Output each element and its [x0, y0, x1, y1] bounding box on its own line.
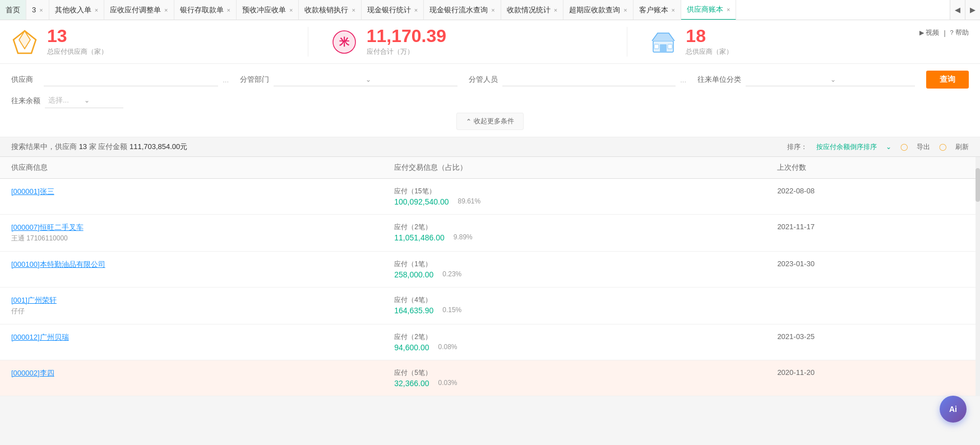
collapse-icon: ⌃ — [466, 118, 471, 126]
filter-person: 分管人员 ... — [469, 73, 686, 86]
close-tab-prepay-ar[interactable]: × — [289, 7, 293, 13]
store-icon — [650, 29, 677, 55]
nav-tab-customer-ledger[interactable]: 客户账本× — [634, 0, 681, 20]
supplier-link[interactable]: [000002]李四 — [11, 369, 54, 377]
nav-tab-supplier-ledger[interactable]: 供应商账本× — [681, 0, 736, 20]
nav-tab-collection-verify[interactable]: 收款核销执行× — [299, 0, 361, 20]
supplier-link[interactable]: [000012]广州贝瑞 — [11, 333, 69, 341]
nav-tab-prepay-ar[interactable]: 预收冲应收单× — [237, 0, 299, 20]
search-button[interactable]: 查询 — [926, 71, 969, 89]
filter-row-1: 供应商 ... 分管部门 ⌄ 分管人员 ... 往来单位分类 ⌄ 查询 — [11, 71, 969, 89]
table-body: [000001]张三 应付（15笔） 100,092,540.00 89.61%… — [0, 179, 980, 396]
close-tab-bank-deposit[interactable]: × — [227, 7, 230, 13]
supplier-dots[interactable]: ... — [223, 76, 229, 84]
dept-label: 分管部门 — [240, 75, 269, 85]
ap-percent: 0.08% — [438, 343, 457, 351]
video-link[interactable]: ▶ 视频 — [919, 28, 939, 38]
stat-text-total-suppliers: 18 总供应商（家） — [686, 27, 733, 57]
last-payment-date: 2022-08-08 — [777, 187, 969, 195]
nav-prev-arrow[interactable]: ◀ — [950, 0, 965, 20]
stat-number-ap-total: 11,170.39 — [367, 27, 446, 45]
stats-bar: 13 总应付供应商（家） 米 11,170.39 应付合计（万） — [0, 20, 980, 64]
table-row: [001]广州荣轩 仔仔 应付（4笔） 164,635.90 0.15% — [0, 288, 980, 325]
collapse-button[interactable]: ⌃ 收起更多条件 — [456, 113, 524, 130]
filter-supplier: 供应商 ... — [11, 73, 229, 86]
nav-tab-bank-deposit[interactable]: 银行存取款单× — [174, 0, 237, 20]
filter-balance: 往来余额 选择... ⌄ — [11, 93, 135, 108]
nav-next-arrow[interactable]: ▶ — [965, 0, 980, 20]
ap-percent: 0.15% — [442, 306, 461, 314]
stat-ap-total: 米 11,170.39 应付合计（万） — [331, 27, 628, 57]
close-tab-ar-ap-adjust[interactable]: × — [164, 7, 168, 13]
nav-tab-home[interactable]: 首页 — [0, 0, 26, 20]
ap-amount[interactable]: 258,000.00 — [394, 270, 433, 279]
dept-select[interactable]: ⌄ — [274, 73, 457, 86]
sort-select[interactable]: 按应付余额倒序排序 — [816, 142, 877, 152]
nav-tab-collection-stat[interactable]: 收款情况统计× — [501, 0, 563, 20]
last-payment-date: 2021-03-25 — [777, 332, 969, 341]
nav-tab-cash-bank-stat[interactable]: 现金银行统计× — [362, 0, 424, 20]
nav-tab-overdue-ar[interactable]: 超期应收款查询× — [563, 0, 633, 20]
supplier-link[interactable]: [000100]本特勤油品有限公司 — [11, 260, 105, 268]
amount-cell: 应付（5笔） 32,366.00 0.03% — [394, 368, 777, 388]
diamond-icon — [11, 29, 38, 55]
amount-cell: 应付（2笔） 94,600.00 0.08% — [394, 332, 777, 352]
close-tab-cash-bank-stat[interactable]: × — [414, 7, 418, 13]
supplier-info-cell: [000012]广州贝瑞 — [11, 332, 394, 342]
close-tab-supplier-ledger[interactable]: × — [727, 6, 730, 13]
dept-arrow: ⌄ — [366, 76, 454, 84]
close-tab-overdue-ar[interactable]: × — [623, 7, 627, 13]
balance-select[interactable]: 选择... ⌄ — [45, 93, 123, 108]
close-tab-collection-stat[interactable]: × — [554, 7, 557, 13]
balance-label: 往来余额 — [11, 96, 40, 106]
refresh-button[interactable]: 刷新 — [955, 142, 969, 152]
ap-label: 应付（5笔） — [394, 368, 777, 378]
person-input[interactable] — [502, 73, 676, 86]
unit-type-select[interactable]: ⌄ — [746, 73, 915, 86]
table-row: [000012]广州贝瑞 应付（2笔） 94,600.00 0.08% 2021… — [0, 325, 980, 360]
nav-tab-other-income[interactable]: 其他收入单× — [49, 0, 104, 20]
ap-label: 应付（15笔） — [394, 187, 777, 196]
ap-percent: 0.03% — [438, 379, 457, 387]
supplier-info-cell: [000001]张三 — [11, 187, 394, 197]
refresh-icon: ◯ — [939, 143, 946, 151]
stat-number-total-ap-suppliers: 13 — [47, 27, 108, 45]
supplier-input[interactable] — [44, 73, 218, 86]
export-button[interactable]: 导出 — [917, 142, 930, 152]
close-tab-customer-ledger[interactable]: × — [672, 7, 675, 13]
ap-label: 应付（4笔） — [394, 295, 777, 305]
table-row: [000002]李四 应付（5笔） 32,366.00 0.03% 2020-1… — [0, 360, 980, 396]
help-link[interactable]: ? 帮助 — [950, 28, 969, 38]
ap-amount[interactable]: 94,600.00 — [394, 343, 429, 352]
stat-total-ap-suppliers: 13 总应付供应商（家） — [11, 27, 308, 57]
nav-tab-cash-bank-flow[interactable]: 现金银行流水查询× — [424, 0, 501, 20]
close-tab-collection-verify[interactable]: × — [352, 7, 355, 13]
supplier-link[interactable]: [000001]张三 — [11, 187, 54, 196]
result-bar: 搜索结果中，供应商 13 家 应付金额 111,703,854.00元 排序： … — [0, 137, 980, 157]
amount-row: 94,600.00 0.08% — [394, 343, 777, 352]
close-tab-other-income[interactable]: × — [95, 7, 98, 13]
balance-placeholder: 选择... — [48, 95, 84, 105]
scrollbar[interactable] — [976, 157, 980, 396]
chevron-down-icon: ⌄ — [886, 143, 891, 151]
stat-text-ap-total: 11,170.39 应付合计（万） — [367, 27, 446, 57]
person-dots[interactable]: ... — [680, 76, 686, 84]
ap-percent: 0.23% — [442, 270, 461, 278]
ap-amount[interactable]: 164,635.90 — [394, 306, 433, 315]
nav-tab-tab3[interactable]: 3× — [26, 0, 49, 20]
ap-amount[interactable]: 100,092,540.00 — [394, 197, 449, 206]
close-tab-tab3[interactable]: × — [39, 7, 43, 13]
scrollbar-thumb[interactable] — [976, 168, 980, 202]
nav-tab-ar-ap-adjust[interactable]: 应收应付调整单× — [104, 0, 174, 20]
ap-amount[interactable]: 11,051,486.00 — [394, 233, 445, 242]
supplier-link[interactable]: [001]广州荣轩 — [11, 296, 57, 304]
ap-amount[interactable]: 32,366.00 — [394, 379, 429, 388]
result-summary: 搜索结果中，供应商 13 家 应付金额 111,703,854.00元 — [11, 142, 187, 152]
amount-row: 164,635.90 0.15% — [394, 306, 777, 315]
amount-row: 258,000.00 0.23% — [394, 270, 777, 279]
close-tab-cash-bank-flow[interactable]: × — [491, 7, 494, 13]
stat-total-suppliers: 18 总供应商（家） — [650, 27, 946, 57]
header-ap-info: 应付交易信息（占比） — [394, 163, 777, 173]
links-divider: | — [944, 29, 945, 37]
supplier-link[interactable]: [000007]恒旺二手叉车 — [11, 223, 84, 231]
